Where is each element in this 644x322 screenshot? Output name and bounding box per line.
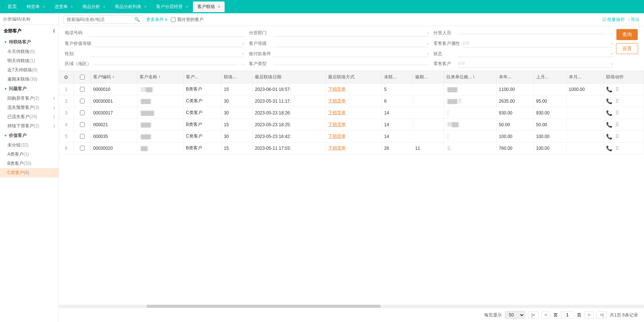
- select-all-checkbox[interactable]: [80, 75, 85, 79]
- retail-customer-select[interactable]: 全部 ∨: [458, 60, 613, 68]
- col-contact[interactable]: 联络...: [222, 71, 253, 84]
- last-page-btn[interactable]: >|: [597, 311, 607, 319]
- prev-page-btn[interactable]: <: [541, 311, 550, 319]
- my-customers-checkbox[interactable]: 我分管的客户: [171, 17, 204, 23]
- col-type[interactable]: 客户...: [183, 71, 221, 84]
- row-checkbox[interactable]: [80, 146, 85, 151]
- col-code[interactable]: 客户编码 ↑: [91, 71, 137, 84]
- col-this-year[interactable]: 本年...: [496, 71, 534, 84]
- more-action-icon[interactable]: ⠿: [615, 145, 619, 151]
- cell-name: ▓▓▓: [137, 95, 183, 107]
- sidebar-item-class-c[interactable]: C类客户(6): [0, 168, 59, 177]
- payment-select[interactable]: ∨: [273, 50, 429, 57]
- customer-grade-field: 客户等级 ∨: [249, 40, 429, 47]
- search-icon[interactable]: 🔍: [134, 17, 140, 22]
- more-conditions-btn[interactable]: 更多条件 ∨: [146, 17, 168, 23]
- sidebar-item-unclassified[interactable]: 未分组(32): [0, 141, 59, 150]
- batch-ops-btn[interactable]: ☑ 批量操作: [602, 17, 625, 23]
- sidebar-item-declining[interactable]: 持续下滑客户(2) ℹ: [0, 121, 59, 131]
- cell-overdue: [413, 131, 444, 142]
- sidebar-search-input[interactable]: [3, 17, 58, 22]
- phone-icon[interactable]: 📞: [606, 134, 612, 139]
- sidebar-section-problem[interactable]: ▼ 问题客户: [0, 84, 59, 94]
- col-last-method[interactable]: 最后联络方式: [326, 71, 382, 84]
- row-checkbox[interactable]: [80, 87, 85, 92]
- row-checkbox[interactable]: [80, 99, 85, 103]
- nav-home[interactable]: 首页: [3, 1, 21, 12]
- row-checkbox[interactable]: [80, 134, 85, 139]
- area-dots[interactable]: ···: [241, 61, 244, 67]
- customer-type-select[interactable]: [273, 63, 429, 65]
- query-button[interactable]: 查询: [616, 29, 638, 40]
- phone-icon[interactable]: 📞: [606, 86, 612, 92]
- dept-select[interactable]: ∨: [273, 30, 429, 36]
- more-action-icon[interactable]: ⠿: [615, 86, 619, 92]
- scrollbar-thumb[interactable]: [147, 305, 381, 308]
- person-dots[interactable]: ···: [609, 31, 613, 36]
- sidebar-section-pending[interactable]: ▼ 待联络客户: [0, 37, 59, 47]
- next-page-btn[interactable]: >: [584, 311, 594, 319]
- sidebar-all-customers[interactable]: 全部客户 《: [0, 25, 59, 37]
- page-label-end: 页: [577, 312, 581, 318]
- horizontal-scrollbar[interactable]: [59, 305, 644, 308]
- phone-icon[interactable]: 📞: [606, 110, 612, 116]
- area-select[interactable]: [94, 63, 237, 65]
- page-number-input[interactable]: [561, 311, 574, 319]
- col-unit-history[interactable]: 往来单位账... \: [444, 71, 496, 84]
- cell-code: 00030001: [91, 95, 137, 107]
- person-select[interactable]: [458, 32, 606, 34]
- nav-product-analysis[interactable]: 商品分析 ×: [78, 1, 110, 12]
- phone-icon[interactable]: 📞: [606, 98, 612, 104]
- col-name[interactable]: 客户名称 ↑: [137, 71, 183, 84]
- status-select[interactable]: ∨: [458, 50, 613, 57]
- sidebar-item-class-a[interactable]: A类客户(1): [0, 150, 59, 159]
- sidebar-item-7days[interactable]: 近7天待联络(0): [0, 66, 59, 75]
- sidebar-item-churned[interactable]: 已流失客户(24) ℹ: [0, 112, 59, 121]
- sidebar-item-overdue[interactable]: 逾期未联络(30): [0, 75, 59, 84]
- customer-grade-select[interactable]: ∨: [273, 40, 429, 47]
- sidebar-item-class-b[interactable]: B类客户(33): [0, 159, 59, 168]
- gear-icon[interactable]: ⚙: [64, 74, 68, 80]
- more-action-icon[interactable]: ⠿: [615, 110, 619, 116]
- cell-last-date: 2023-05-31 11:17:: [253, 95, 326, 107]
- col-last-month[interactable]: 上月...: [534, 71, 566, 84]
- first-page-btn[interactable]: |<: [528, 311, 538, 319]
- nav-purchase-order[interactable]: 进货单 ×: [50, 1, 77, 12]
- row-checkbox[interactable]: [80, 122, 85, 127]
- col-last-date[interactable]: 最后联络日期: [253, 71, 326, 84]
- nav-product-analysis-list[interactable]: 商品分析列表 ×: [110, 1, 151, 12]
- nav-customer-contact[interactable]: 客户联络 ×: [193, 1, 225, 12]
- more-action-icon[interactable]: ⠿: [615, 122, 619, 128]
- settings-button[interactable]: 设置: [616, 43, 638, 54]
- nav-customer-tier[interactable]: 客户分层经营 ×: [152, 1, 192, 12]
- item-label: 今天待联络(0): [7, 49, 35, 55]
- phone-icon[interactable]: 📞: [606, 145, 612, 151]
- table-row: 1 0000010 12▓▓ B类客户 15 2023-06-01 16:57:…: [59, 84, 644, 95]
- cell-name: ▓▓▓▓: [137, 107, 183, 119]
- phone-icon[interactable]: 📞: [606, 122, 612, 128]
- retail-attr-select[interactable]: 全部 ∨: [462, 40, 613, 47]
- export-btn[interactable]: ↑ 导出: [628, 17, 640, 23]
- search-input[interactable]: [67, 17, 133, 22]
- sidebar-item-abnormal-repurchase[interactable]: 回购异常客户(2) ℹ: [0, 94, 59, 103]
- row-checkbox[interactable]: [80, 110, 85, 115]
- value-grade-field: 客户价值等级 ∨: [65, 40, 244, 47]
- my-customers-check[interactable]: [171, 17, 176, 22]
- more-action-icon[interactable]: ⠿: [615, 134, 619, 139]
- col-overdue[interactable]: 逾期...: [413, 71, 444, 84]
- retail-attr-label: 零售客户属性: [433, 40, 460, 47]
- sidebar-section-value[interactable]: ▼ 价值客户: [0, 131, 59, 141]
- cell-this-month: [566, 107, 603, 119]
- sidebar-item-today[interactable]: 今天待联络(0): [0, 47, 59, 56]
- more-action-icon[interactable]: ⠿: [615, 98, 619, 104]
- nav-sales-order[interactable]: 销货单 ×: [22, 1, 49, 12]
- col-not-contacted[interactable]: 未联...: [382, 71, 413, 84]
- sidebar-item-tomorrow[interactable]: 明天待联络(1): [0, 56, 59, 66]
- main-content: 🔍 更多条件 ∨ 我分管的客户 ☑ 批量操作 ↑ 导出: [59, 13, 644, 322]
- sidebar-item-churn-warning[interactable]: 流失预警客户(3) ℹ: [0, 103, 59, 112]
- value-grade-select[interactable]: ∨: [94, 40, 244, 47]
- phone-input[interactable]: [89, 29, 244, 37]
- col-this-month[interactable]: 本月...: [566, 71, 603, 84]
- page-size-select[interactable]: 50 100 200: [505, 311, 525, 319]
- gender-select[interactable]: ∨: [89, 50, 244, 57]
